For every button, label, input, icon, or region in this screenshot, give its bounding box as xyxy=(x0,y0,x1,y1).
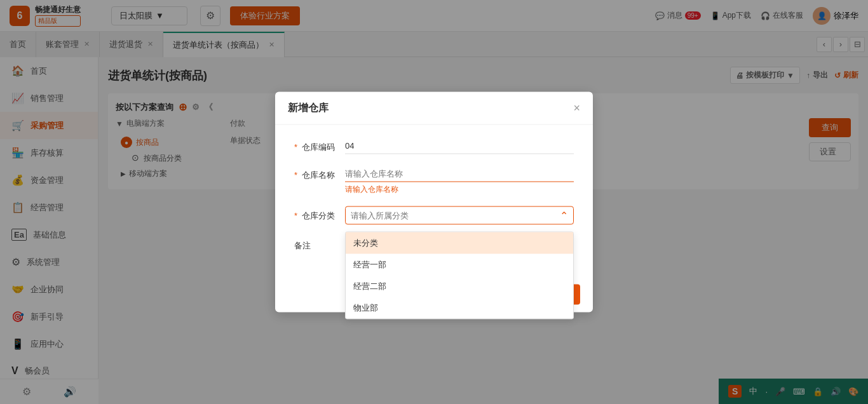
dropdown-item-3[interactable]: 物业部 xyxy=(346,297,573,319)
dropdown-item-2[interactable]: 经营二部 xyxy=(346,276,573,297)
category-label: * 仓库分类 xyxy=(294,206,345,222)
warehouse-name-input[interactable] xyxy=(345,166,574,182)
modal-header: 新增仓库 × xyxy=(275,92,593,125)
warehouse-code-input[interactable] xyxy=(345,138,574,154)
category-input[interactable] xyxy=(351,211,560,220)
note-label: 备注 xyxy=(294,236,345,252)
warehouse-code-row: * 仓库编码 xyxy=(294,138,574,154)
warehouse-name-row: * 仓库名称 请输入仓库名称 xyxy=(294,166,574,195)
name-label: * 仓库名称 xyxy=(294,166,345,181)
warehouse-category-row: * 仓库分类 ⌃ 未分类 经营一部 经营二部 xyxy=(294,206,574,225)
code-label: * 仓库编码 xyxy=(294,138,345,153)
modal-close-button[interactable]: × xyxy=(573,102,580,115)
dropdown-item-0[interactable]: 未分类 xyxy=(346,232,573,254)
category-field: ⌃ 未分类 经营一部 经营二部 物业部 xyxy=(345,206,574,225)
modal-body: * 仓库编码 * 仓库名称 请输入仓库名称 * 仓库分类 xyxy=(275,125,593,277)
dropdown-item-1[interactable]: 经营一部 xyxy=(346,254,573,276)
name-error-msg: 请输入仓库名称 xyxy=(345,184,574,195)
category-chevron-up-icon[interactable]: ⌃ xyxy=(560,210,568,222)
add-warehouse-modal: 新增仓库 × * 仓库编码 * 仓库名称 请输入仓库名称 xyxy=(275,92,593,313)
category-dropdown: 未分类 经营一部 经营二部 物业部 xyxy=(345,232,574,320)
modal-title: 新增仓库 xyxy=(288,102,329,115)
